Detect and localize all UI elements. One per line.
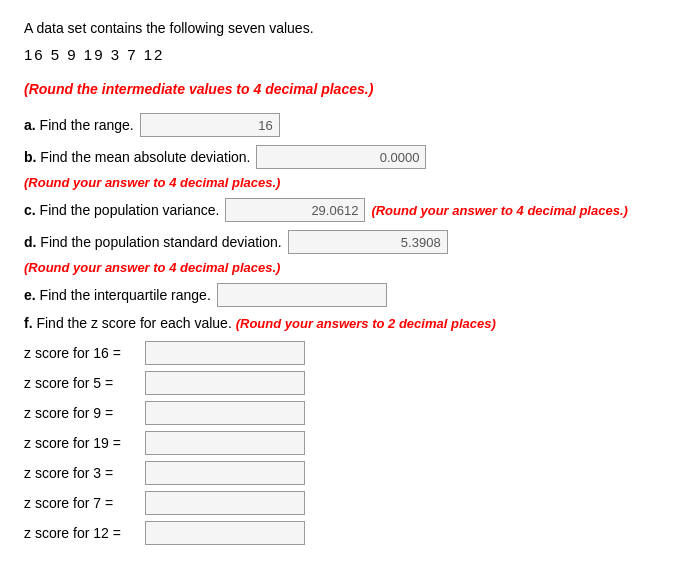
question-c-row: c. Find the population variance. (Round … — [24, 198, 653, 222]
zscore-input-1[interactable] — [145, 371, 305, 395]
question-e-label: e. Find the interquartile range. — [24, 287, 211, 303]
zscore-row-4: z score for 3 = — [24, 461, 653, 485]
question-d-input[interactable] — [288, 230, 448, 254]
zscore-row-6: z score for 12 = — [24, 521, 653, 545]
question-b-label: b. Find the mean absolute deviation. — [24, 149, 250, 165]
zscore-input-5[interactable] — [145, 491, 305, 515]
question-a-label: a. Find the range. — [24, 117, 134, 133]
zscore-label-0: z score for 16 = — [24, 345, 139, 361]
zscore-input-3[interactable] — [145, 431, 305, 455]
zscore-row-2: z score for 9 = — [24, 401, 653, 425]
zscore-container: z score for 16 =z score for 5 =z score f… — [24, 341, 653, 545]
question-b-row: b. Find the mean absolute deviation. (Ro… — [24, 145, 653, 190]
values-row: 16 5 9 19 3 7 12 — [24, 46, 653, 63]
question-a-row: a. Find the range. — [24, 113, 653, 137]
round-intermediate-note: (Round the intermediate values to 4 deci… — [24, 81, 653, 97]
question-c-label: c. Find the population variance. — [24, 202, 219, 218]
question-b-round-note: (Round your answer to 4 decimal places.) — [24, 175, 280, 190]
zscore-input-2[interactable] — [145, 401, 305, 425]
zscore-label-6: z score for 12 = — [24, 525, 139, 541]
question-a-input[interactable] — [140, 113, 280, 137]
zscore-label-4: z score for 3 = — [24, 465, 139, 481]
question-d-round-note: (Round your answer to 4 decimal places.) — [24, 260, 280, 275]
question-e-input[interactable] — [217, 283, 387, 307]
question-b-input[interactable] — [256, 145, 426, 169]
zscore-input-0[interactable] — [145, 341, 305, 365]
zscore-label-2: z score for 9 = — [24, 405, 139, 421]
zscore-row-0: z score for 16 = — [24, 341, 653, 365]
zscore-label-3: z score for 19 = — [24, 435, 139, 451]
zscore-label-5: z score for 7 = — [24, 495, 139, 511]
question-d-label: d. Find the population standard deviatio… — [24, 234, 282, 250]
question-d-row: d. Find the population standard deviatio… — [24, 230, 653, 275]
intro-text: A data set contains the following seven … — [24, 20, 653, 36]
question-f-title: f. Find the z score for each value. (Rou… — [24, 315, 653, 331]
zscore-row-1: z score for 5 = — [24, 371, 653, 395]
question-e-row: e. Find the interquartile range. — [24, 283, 653, 307]
zscore-input-4[interactable] — [145, 461, 305, 485]
question-c-round-note: (Round your answer to 4 decimal places.) — [371, 203, 627, 218]
zscore-label-1: z score for 5 = — [24, 375, 139, 391]
question-c-input[interactable] — [225, 198, 365, 222]
zscore-input-6[interactable] — [145, 521, 305, 545]
question-f-round-note: (Round your answers to 2 decimal places) — [236, 316, 496, 331]
zscore-row-3: z score for 19 = — [24, 431, 653, 455]
zscore-row-5: z score for 7 = — [24, 491, 653, 515]
